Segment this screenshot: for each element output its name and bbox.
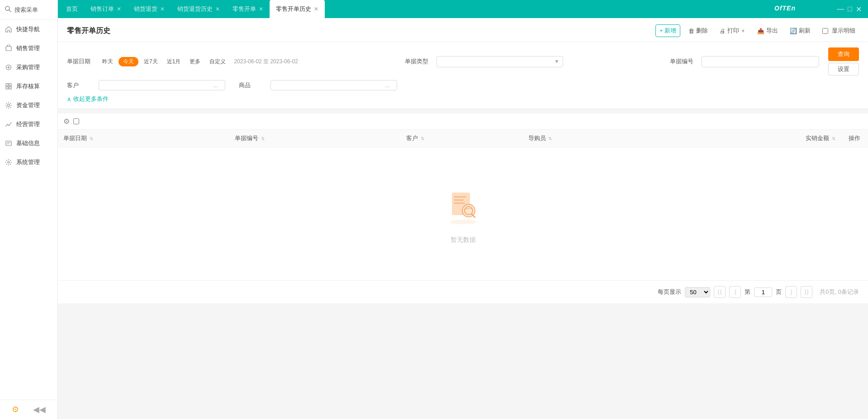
- filter-row-2: 客户 ... 商品 ...: [67, 80, 859, 90]
- tab-sales-order[interactable]: 销售订单 ✕: [84, 0, 128, 18]
- date-btn-last7[interactable]: 近7天: [140, 57, 161, 66]
- col-salesperson[interactable]: 导购员 ⇅: [523, 130, 669, 147]
- select-all-checkbox[interactable]: [73, 118, 79, 124]
- sidebar-search[interactable]: 搜索采单: [0, 0, 57, 20]
- tab-retail-history-close[interactable]: ✕: [314, 6, 318, 12]
- settings-button[interactable]: 设置: [828, 63, 859, 75]
- sidebar-item-basic-info[interactable]: 基础信息: [0, 134, 57, 153]
- tab-retail-open-close[interactable]: ✕: [259, 6, 263, 12]
- page-number-input[interactable]: [754, 287, 772, 297]
- collapse-up-icon: ∧: [67, 96, 71, 103]
- col-customer[interactable]: 客户 ⇅: [401, 130, 522, 147]
- sidebar-item-operations[interactable]: 经营管理: [0, 115, 57, 134]
- delete-button[interactable]: 🗑 删除: [685, 25, 711, 37]
- date-btn-more[interactable]: 更多: [186, 57, 204, 66]
- window-max-icon[interactable]: □: [848, 5, 852, 13]
- tab-sales-order-close[interactable]: ✕: [117, 6, 121, 12]
- col-amount[interactable]: 实销金额 ⇅: [669, 130, 841, 147]
- date-btn-today[interactable]: 今天: [119, 57, 138, 66]
- svg-rect-7: [9, 87, 11, 89]
- display-detail-checkbox[interactable]: 显示明细: [819, 25, 859, 37]
- refresh-button[interactable]: 🔄 刷新: [786, 25, 814, 37]
- empty-state: 暂无数据: [58, 147, 868, 280]
- doc-no-input[interactable]: [702, 56, 819, 67]
- tab-home-label: 首页: [66, 5, 78, 13]
- sidebar-item-purchase-label: 采购管理: [16, 63, 40, 71]
- tab-sales-return[interactable]: 销货退货 ✕: [128, 0, 171, 18]
- goods-input[interactable]: [275, 82, 383, 89]
- svg-rect-5: [9, 84, 11, 86]
- export-button[interactable]: 📤 导出: [754, 25, 782, 37]
- doc-type-wrapper: ▼: [436, 56, 563, 67]
- date-filter-buttons: 昨天 今天 近7天 近1月 更多 自定义: [99, 57, 229, 66]
- print-icon: 🖨: [720, 28, 726, 34]
- goods-label: 商品: [239, 81, 266, 89]
- window-close-icon[interactable]: ✕: [856, 5, 862, 14]
- doc-type-select[interactable]: [436, 56, 563, 67]
- col-no-label: 单据编号: [235, 135, 258, 141]
- col-no[interactable]: 单据编号 ⇅: [229, 130, 401, 147]
- home-icon: [5, 25, 13, 33]
- tab-home[interactable]: 首页: [60, 0, 84, 18]
- tab-retail-history[interactable]: 零售开单历史 ✕: [270, 0, 325, 18]
- svg-rect-15: [454, 202, 465, 204]
- sidebar-item-basic-info-label: 基础信息: [16, 139, 40, 147]
- sort-customer-icon: ⇅: [421, 136, 424, 141]
- customer-input[interactable]: [103, 82, 211, 89]
- customer-dots[interactable]: ...: [211, 82, 220, 89]
- tab-sales-return-history-close[interactable]: ✕: [215, 6, 220, 12]
- svg-line-1: [9, 10, 11, 12]
- tab-retail-open[interactable]: 零售开单 ✕: [226, 0, 270, 18]
- tab-retail-history-label: 零售开单历史: [276, 5, 311, 13]
- brand-label: OfTEn: [774, 5, 796, 12]
- print-button[interactable]: 🖨 打印 ▼: [716, 25, 749, 37]
- date-range-display: 2023-06-02 至 2023-06-02: [234, 58, 298, 66]
- table-container: ⚙ 单据日期 ⇅ 单据编号 ⇅ 客户: [58, 113, 868, 280]
- col-date[interactable]: 单据日期 ⇅: [58, 130, 229, 147]
- filter-row-1: 单据日期 昨天 今天 近7天 近1月 更多 自定义 2023-06-02 至 2…: [67, 47, 859, 75]
- content-area: 零售开单历史 + 新增 🗑 删除 🖨 打印 ▼ 📤 导出: [58, 18, 868, 419]
- add-button[interactable]: + 新增: [655, 24, 680, 37]
- sidebar-item-inventory[interactable]: 库存核算: [0, 77, 57, 96]
- page-title-row: 零售开单历史 + 新增 🗑 删除 🖨 打印 ▼ 📤 导出: [67, 24, 859, 42]
- collapse-btn[interactable]: ∧ 收起更多条件: [67, 95, 859, 103]
- ops-icon: [5, 120, 13, 128]
- sort-date-icon: ⇅: [90, 136, 93, 141]
- doc-type-label: 单据类型: [405, 57, 432, 66]
- tab-sales-return-close[interactable]: ✕: [160, 6, 165, 12]
- window-min-icon[interactable]: —: [837, 5, 844, 13]
- sidebar-item-quick-nav[interactable]: 快捷导航: [0, 20, 57, 39]
- sidebar-item-finance[interactable]: 资金管理: [0, 96, 57, 115]
- table-header-row: 单据日期 ⇅ 单据编号 ⇅ 客户 ⇅ 导购员 ⇅: [58, 130, 868, 147]
- sys-icon: [5, 158, 13, 166]
- finance-icon: [5, 101, 13, 109]
- date-btn-custom[interactable]: 自定义: [206, 57, 229, 66]
- col-action-label: 操作: [849, 135, 860, 141]
- date-btn-yesterday[interactable]: 昨天: [99, 57, 117, 66]
- print-dropdown-icon[interactable]: ▼: [741, 28, 745, 33]
- sidebar-item-sales-mgmt[interactable]: 销售管理: [0, 39, 57, 58]
- collapse-sidebar-icon[interactable]: ◀◀: [33, 405, 46, 414]
- sidebar-item-sys-mgmt[interactable]: 系统管理: [0, 153, 57, 172]
- sort-no-icon: ⇅: [261, 136, 265, 141]
- page-suffix: 页: [776, 288, 782, 296]
- sidebar-item-purchase-mgmt[interactable]: 采购管理: [0, 58, 57, 77]
- goods-dots[interactable]: ...: [383, 82, 392, 89]
- detail-checkbox[interactable]: [822, 28, 828, 34]
- table-settings-icon[interactable]: ⚙: [63, 117, 70, 126]
- tab-sales-return-history[interactable]: 销货退货历史 ✕: [171, 0, 226, 18]
- page-last-btn[interactable]: ⟩⟩: [801, 286, 812, 298]
- page-prev-btn[interactable]: ⟨: [729, 286, 741, 298]
- svg-rect-6: [6, 87, 8, 89]
- tab-sales-return-history-label: 销货退货历史: [177, 5, 213, 13]
- page-first-btn[interactable]: ⟨⟨: [714, 286, 726, 298]
- settings-bottom-icon[interactable]: ⚙: [12, 405, 19, 414]
- data-table: 单据日期 ⇅ 单据编号 ⇅ 客户 ⇅ 导购员 ⇅: [58, 130, 868, 280]
- empty-state-row: 暂无数据: [58, 147, 868, 281]
- page-prefix: 第: [745, 288, 750, 296]
- date-label: 单据日期: [67, 57, 94, 66]
- per-page-select[interactable]: 50 10 20 100: [685, 287, 710, 297]
- query-button[interactable]: 查询: [828, 47, 859, 61]
- date-btn-last-month[interactable]: 近1月: [163, 57, 185, 66]
- page-next-btn[interactable]: ⟩: [785, 286, 797, 298]
